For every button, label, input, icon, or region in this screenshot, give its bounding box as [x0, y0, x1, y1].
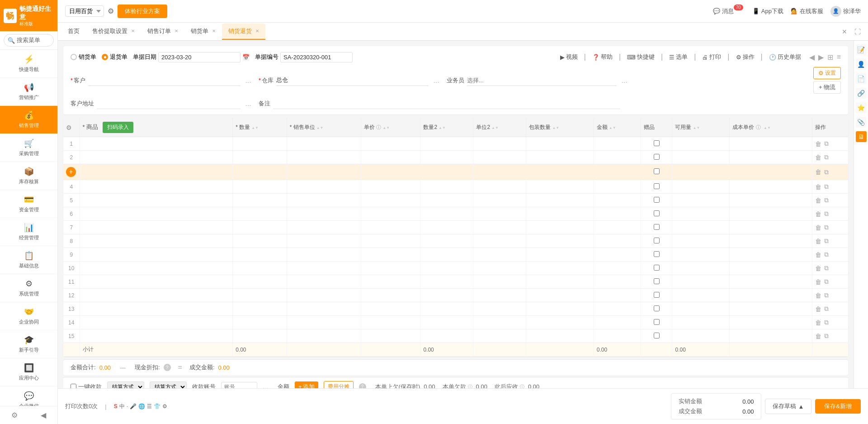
video-btn[interactable]: ▶ 视频 — [557, 52, 580, 62]
delete-icon-7[interactable]: 🗑 — [815, 224, 821, 231]
delete-icon-2[interactable]: 🗑 — [815, 154, 821, 161]
copy-icon-6[interactable]: ⧉ — [824, 210, 829, 218]
copy-icon-14[interactable]: ⧉ — [824, 319, 829, 326]
copy-icon-9[interactable]: ⧉ — [824, 251, 829, 258]
copy-icon-13[interactable]: ⧉ — [824, 305, 829, 313]
gift-checkbox-5[interactable] — [654, 197, 660, 203]
tab-sales-return[interactable]: 销货退货 ✕ — [222, 24, 265, 40]
shortcut-key-btn[interactable]: ⌨ 快捷键 — [624, 52, 657, 62]
sidebar-item-newbie[interactable]: 🎓 新手引导 — [0, 330, 57, 358]
sidebar-item-basic[interactable]: 📋 基础信息 — [0, 246, 57, 274]
payment-method-select[interactable]: 结算方式 — [107, 381, 144, 389]
select-order-btn[interactable]: ☰ 选单 — [666, 52, 690, 62]
unit2-sort-icon[interactable]: ▲▼ — [491, 126, 499, 130]
operation-btn[interactable]: ⚙ 操作 — [733, 52, 757, 62]
calendar-icon[interactable]: 📅 — [242, 54, 250, 61]
add-fee-btn[interactable]: + 添加 — [295, 381, 318, 389]
radio-sales[interactable]: 销货单 — [71, 53, 96, 61]
sidebar-item-apps[interactable]: 🔲 应用中心 — [0, 358, 57, 386]
gift-checkbox-1[interactable] — [654, 140, 660, 146]
staff-input[interactable] — [467, 75, 617, 86]
sidebar-item-finance[interactable]: 💳 资金管理 — [0, 190, 57, 218]
delete-icon-6[interactable]: 🗑 — [815, 210, 821, 218]
tab-close-sales-return[interactable]: ✕ — [255, 29, 259, 33]
delete-icon-9[interactable]: 🗑 — [815, 251, 821, 258]
sidebar-item-system[interactable]: ⚙ 系统管理 — [0, 274, 57, 302]
header-gear-icon[interactable]: ⚙ — [108, 7, 114, 15]
note-input[interactable] — [273, 98, 620, 109]
customer-input[interactable] — [88, 75, 241, 86]
sidebar-item-enterprise[interactable]: 🤝 企业协同 — [0, 302, 57, 330]
copy-icon-4[interactable]: ⧉ — [824, 183, 829, 191]
delete-icon-3[interactable]: 🗑 — [815, 168, 821, 176]
right-panel-btn-4[interactable]: 🔗 — [856, 88, 867, 99]
copy-icon-1[interactable]: ⧉ — [824, 140, 829, 148]
tab-close-price-set[interactable]: ✕ — [131, 29, 135, 33]
sidebar-item-shortcut[interactable]: ⚡ 快捷导航 — [0, 50, 57, 78]
gift-checkbox-6[interactable] — [654, 210, 660, 216]
copy-icon-8[interactable]: ⧉ — [824, 237, 829, 245]
table-settings-icon[interactable]: ⚙ — [66, 124, 72, 131]
tab-close-sales-order[interactable]: ✕ — [175, 29, 178, 33]
maximize-button[interactable]: ⛶ — [851, 26, 864, 37]
gift-checkbox-7[interactable] — [654, 224, 660, 230]
right-panel-btn-2[interactable]: 👤 — [856, 59, 867, 70]
delete-icon-13[interactable]: 🗑 — [815, 305, 821, 313]
sidebar-item-inventory[interactable]: 📦 库存核算 — [0, 162, 57, 190]
calc-method-select[interactable]: 结算方式 — [150, 381, 187, 389]
close-all-tabs-button[interactable]: ✕ — [838, 26, 851, 37]
right-panel-btn-7[interactable]: 🖥 — [856, 131, 867, 142]
address-input[interactable] — [97, 98, 241, 109]
gift-checkbox-14[interactable] — [654, 319, 660, 325]
scan-btn[interactable]: 扫码录入 — [103, 122, 133, 133]
tab-sales-out[interactable]: 销货单 ✕ — [184, 24, 222, 40]
cash-discount-help-icon[interactable]: ? — [164, 364, 171, 371]
history-btn[interactable]: 🕐 历史单据 — [766, 52, 804, 62]
gift-checkbox-10[interactable] — [654, 265, 660, 271]
settings-btn[interactable]: ⚙ 设置 — [813, 67, 841, 79]
sidebar-collapse-icon[interactable]: ◀ — [41, 411, 46, 419]
gift-checkbox-13[interactable] — [654, 305, 660, 311]
radio-return[interactable]: 退货单 — [102, 53, 127, 61]
delete-icon-11[interactable]: 🗑 — [815, 278, 821, 286]
right-panel-btn-3[interactable]: 📄 — [856, 73, 867, 84]
save-draft-btn[interactable]: 保存草稿 ▲ — [765, 399, 811, 414]
header-message[interactable]: 💬 消息 70 — [713, 7, 745, 15]
sidebar-settings-icon[interactable]: ⚙ — [11, 411, 18, 419]
product-input-3[interactable] — [83, 169, 230, 176]
help-btn[interactable]: ❓ 帮助 — [590, 52, 615, 62]
sidebar-item-sales[interactable]: 💰 销售管理 — [0, 106, 57, 134]
sidebar-item-purchase[interactable]: 🛒 采购管理 — [0, 134, 57, 162]
warehouse-select-icon[interactable]: … — [433, 77, 439, 84]
logistics-btn[interactable]: + 物流 — [813, 81, 841, 94]
product-cell-3[interactable] — [80, 164, 233, 180]
delete-icon-14[interactable]: 🗑 — [815, 319, 821, 326]
copy-icon-3[interactable]: ⧉ — [824, 168, 829, 176]
gift-checkbox-15[interactable] — [654, 333, 660, 338]
right-panel-btn-5[interactable]: ⭐ — [856, 102, 867, 113]
sidebar-item-operations[interactable]: 📊 经营管理 — [0, 218, 57, 246]
doc-num-input[interactable] — [280, 52, 353, 62]
customer-select-icon[interactable]: … — [245, 77, 251, 84]
experience-btn[interactable]: 体验行业方案 — [118, 5, 167, 18]
delete-icon-8[interactable]: 🗑 — [815, 238, 821, 245]
fee-split-btn[interactable]: 费用分摊 — [324, 381, 354, 388]
header-app-download[interactable]: 📱 App下载 — [752, 7, 783, 15]
delete-icon-15[interactable]: 🗑 — [815, 333, 821, 340]
account-select-icon[interactable]: … — [263, 383, 269, 388]
sidebar-item-wechat[interactable]: 💬 企业微信 — [0, 386, 57, 406]
print-btn[interactable]: 🖨 打印 — [699, 52, 724, 62]
gift-checkbox-3[interactable] — [654, 168, 660, 174]
account-input[interactable] — [221, 382, 257, 389]
right-panel-btn-1[interactable]: 📝 — [856, 44, 867, 55]
available-sort-icon[interactable]: ▲▼ — [693, 126, 700, 130]
nav-next-icon[interactable]: ▶ — [818, 53, 824, 62]
delete-icon-12[interactable]: 🗑 — [815, 292, 821, 299]
copy-icon-5[interactable]: ⧉ — [824, 196, 829, 204]
delete-icon-1[interactable]: 🗑 — [815, 140, 821, 148]
amount-sort-icon[interactable]: ▲▼ — [609, 126, 616, 130]
list-view-icon[interactable]: ≡ — [837, 53, 841, 61]
delete-icon-5[interactable]: 🗑 — [815, 197, 821, 204]
gift-checkbox-12[interactable] — [654, 292, 660, 298]
delete-icon-10[interactable]: 🗑 — [815, 265, 821, 272]
